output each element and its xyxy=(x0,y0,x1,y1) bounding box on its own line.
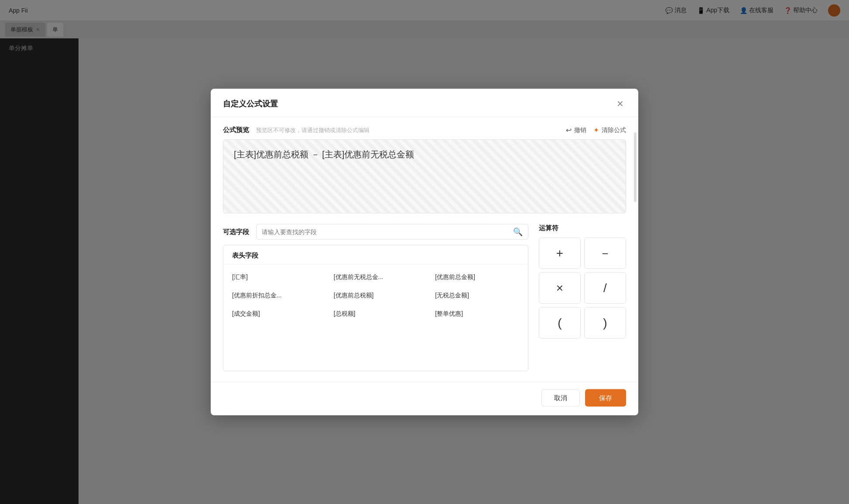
search-input[interactable] xyxy=(262,228,510,235)
minus-label: － xyxy=(599,245,611,262)
scroll-indicator xyxy=(634,133,637,202)
field-label: [无税总金额] xyxy=(435,292,469,299)
field-label: [优惠前总税额] xyxy=(334,292,374,299)
field-label: [优惠前无税总金... xyxy=(334,273,383,280)
field-item[interactable]: [优惠前无税总金... xyxy=(325,268,427,286)
fields-section: 可选字段 🔍 表头字段 [汇率] [优惠前无税总金... xyxy=(223,224,528,371)
plus-label: + xyxy=(556,246,563,260)
fields-header: 可选字段 🔍 xyxy=(223,224,528,240)
dialog-footer: 取消 保存 xyxy=(211,382,638,415)
undo-button[interactable]: ↩ 撤销 xyxy=(566,126,586,134)
field-label: [优惠前总金额] xyxy=(435,273,475,280)
operator-divide[interactable]: / xyxy=(584,272,626,304)
field-item[interactable]: [整单优惠] xyxy=(426,305,528,323)
field-label: [汇率] xyxy=(232,273,248,280)
field-item[interactable]: [优惠前折扣总金... xyxy=(223,286,325,305)
formula-text: [主表]优惠前总税额 － [主表]优惠前无税总金额 xyxy=(234,149,615,160)
clear-formula-button[interactable]: ✦ 清除公式 xyxy=(593,126,626,134)
field-label: [优惠前折扣总金... xyxy=(232,292,282,299)
operator-minus[interactable]: － xyxy=(584,238,626,269)
undo-label: 撤销 xyxy=(574,126,586,134)
formula-preview-hint: 预览区不可修改，请通过撤销或清除公式编辑 xyxy=(256,126,566,134)
close-paren-label: ) xyxy=(603,316,607,330)
field-item[interactable]: [总税额] xyxy=(325,305,427,323)
operators-title: 运算符 xyxy=(539,224,626,232)
dialog-title: 自定义公式设置 xyxy=(223,99,278,109)
operator-open-paren[interactable]: ( xyxy=(539,307,581,339)
dialog-formula: 自定义公式设置 ✕ 公式预览 预览区不可修改，请通过撤销或清除公式编辑 ↩ 撤销… xyxy=(211,89,638,415)
search-icon: 🔍 xyxy=(513,227,523,237)
formula-actions: ↩ 撤销 ✦ 清除公式 xyxy=(566,126,626,134)
fields-list-container[interactable]: 表头字段 [汇率] [优惠前无税总金... [优惠前总金额] [优惠前折扣总金.… xyxy=(223,245,528,371)
divide-label: / xyxy=(603,281,607,295)
field-item[interactable]: [优惠前总税额] xyxy=(325,286,427,305)
open-paren-label: ( xyxy=(558,316,561,330)
fields-title: 可选字段 xyxy=(223,228,249,236)
operators-grid: + － × / ( ) xyxy=(539,238,626,339)
operator-multiply[interactable]: × xyxy=(539,272,581,304)
operator-close-paren[interactable]: ) xyxy=(584,307,626,339)
formula-preview-title: 公式预览 xyxy=(223,126,249,134)
field-item[interactable]: [无税总金额] xyxy=(426,286,528,305)
undo-icon: ↩ xyxy=(566,126,572,134)
bottom-section: 可选字段 🔍 表头字段 [汇率] [优惠前无税总金... xyxy=(223,224,626,371)
multiply-label: × xyxy=(556,281,563,295)
field-label: [成交金额] xyxy=(232,310,260,317)
field-item[interactable]: [优惠前总金额] xyxy=(426,268,528,286)
operators-section: 运算符 + － × / ( xyxy=(539,224,626,339)
search-box[interactable]: 🔍 xyxy=(256,224,528,240)
fields-group-header: 表头字段 xyxy=(223,245,528,265)
field-label: [总税额] xyxy=(334,310,356,317)
clear-label: 清除公式 xyxy=(602,126,626,134)
field-label: [整单优惠] xyxy=(435,310,463,317)
fields-grid: [汇率] [优惠前无税总金... [优惠前总金额] [优惠前折扣总金... [优 xyxy=(223,265,528,327)
field-item[interactable]: [成交金额] xyxy=(223,305,325,323)
formula-preview-header: 公式预览 预览区不可修改，请通过撤销或清除公式编辑 ↩ 撤销 ✦ 清除公式 xyxy=(223,126,626,134)
dialog-header: 自定义公式设置 ✕ xyxy=(211,89,638,117)
save-button[interactable]: 保存 xyxy=(585,389,626,407)
dialog-body: 公式预览 预览区不可修改，请通过撤销或清除公式编辑 ↩ 撤销 ✦ 清除公式 [主… xyxy=(211,117,638,382)
clear-icon: ✦ xyxy=(593,126,599,134)
close-button[interactable]: ✕ xyxy=(614,98,626,110)
cancel-button[interactable]: 取消 xyxy=(541,389,580,407)
operator-plus[interactable]: + xyxy=(539,238,581,269)
field-item[interactable]: [汇率] xyxy=(223,268,325,286)
formula-preview-box: [主表]优惠前总税额 － [主表]优惠前无税总金额 xyxy=(223,140,626,214)
